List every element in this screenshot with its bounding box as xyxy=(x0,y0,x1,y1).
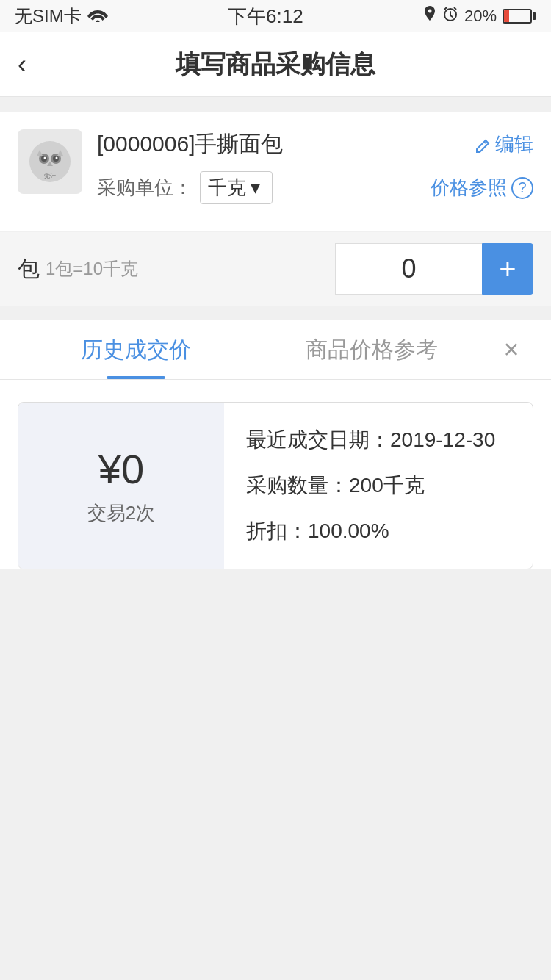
edit-button[interactable]: 编辑 xyxy=(475,131,533,157)
quantity-label: 包 1包=10千克 xyxy=(18,254,335,284)
product-card: 觉计 [0000006]手撕面包 编辑 采购单位： 千克 ▾ xyxy=(0,112,551,231)
product-info: [0000006]手撕面包 编辑 采购单位： 千克 ▾ 价格参照 xyxy=(97,129,533,204)
price-card-right: 最近成交日期：2019-12-30 采购数量：200千克 折扣：100.00% xyxy=(224,403,533,569)
tab-product-label: 商品价格参考 xyxy=(306,335,438,365)
tab-product-price[interactable]: 商品价格参考 xyxy=(253,320,489,379)
battery-percent: 20% xyxy=(464,7,497,26)
quantity-input-group: + xyxy=(335,243,533,295)
help-icon: ? xyxy=(511,177,533,199)
bottom-area xyxy=(0,591,551,959)
price-value: 0 xyxy=(121,446,144,492)
price-card-left: ¥0 交易2次 xyxy=(18,403,224,569)
price-trades: 交易2次 xyxy=(87,500,155,526)
product-title-row: [0000006]手撕面包 编辑 xyxy=(97,129,533,159)
plus-icon: + xyxy=(499,253,516,286)
tab-active-indicator xyxy=(107,376,165,379)
tabs-header: 历史成交价 商品价格参考 × xyxy=(0,320,551,380)
carrier-text: 无SIM卡 xyxy=(15,4,82,28)
price-card: ¥0 交易2次 最近成交日期：2019-12-30 采购数量：200千克 折扣：… xyxy=(18,402,533,569)
price-ref-button[interactable]: 价格参照 ? xyxy=(431,175,533,201)
price-symbol: ¥ xyxy=(98,446,121,492)
quantity-input[interactable] xyxy=(335,243,482,295)
status-time: 下午6:12 xyxy=(228,4,303,29)
price-quantity: 采购数量：200千克 xyxy=(246,470,511,501)
svg-point-0 xyxy=(96,21,99,23)
page-title: 填写商品采购信息 xyxy=(176,48,375,82)
price-ref-label: 价格参照 xyxy=(431,175,507,201)
product-header: 觉计 [0000006]手撕面包 编辑 采购单位： 千克 ▾ xyxy=(18,129,533,204)
svg-text:觉计: 觉计 xyxy=(44,173,56,179)
quantity-row: 包 1包=10千克 + xyxy=(0,232,551,306)
quantity-section: 包 1包=10千克 + xyxy=(0,232,551,306)
status-bar: 无SIM卡 下午6:12 20% xyxy=(0,0,551,32)
quantity-plus-button[interactable]: + xyxy=(482,243,533,295)
edit-label: 编辑 xyxy=(495,131,533,157)
unit-value: 千克 xyxy=(208,175,246,201)
unit-row: 采购单位： 千克 ▾ 价格参照 ? xyxy=(97,171,533,204)
dropdown-arrow-icon: ▾ xyxy=(251,176,260,199)
price-discount: 折扣：100.00% xyxy=(246,516,511,547)
location-icon xyxy=(423,6,436,26)
unit-label: 采购单位： xyxy=(97,175,192,201)
quantity-unit: 包 xyxy=(18,254,40,284)
wifi-icon xyxy=(87,6,108,26)
close-icon: × xyxy=(503,334,519,365)
nav-bar: ‹ 填写商品采购信息 xyxy=(0,32,551,97)
unit-select[interactable]: 千克 ▾ xyxy=(200,171,273,204)
price-amount: ¥0 xyxy=(98,445,144,493)
price-date: 最近成交日期：2019-12-30 xyxy=(246,425,511,455)
alarm-icon xyxy=(442,6,458,26)
svg-point-8 xyxy=(56,157,58,159)
back-button[interactable]: ‹ xyxy=(18,49,26,80)
battery-icon xyxy=(503,9,536,24)
tab-history-label: 历史成交价 xyxy=(81,335,191,365)
tab-close-button[interactable]: × xyxy=(489,320,533,379)
svg-point-7 xyxy=(44,157,46,159)
tab-history-price[interactable]: 历史成交价 xyxy=(18,320,253,379)
status-right: 20% xyxy=(423,6,536,26)
product-logo: 觉计 xyxy=(18,129,82,194)
unit-left: 采购单位： 千克 ▾ xyxy=(97,171,273,204)
quantity-conversion: 1包=10千克 xyxy=(46,257,138,281)
status-left: 无SIM卡 xyxy=(15,4,108,28)
product-name: [0000006]手撕面包 xyxy=(97,129,283,159)
tabs-section: 历史成交价 商品价格参考 × ¥0 交易2次 最近成交日期：2019-12-30… xyxy=(0,320,551,569)
